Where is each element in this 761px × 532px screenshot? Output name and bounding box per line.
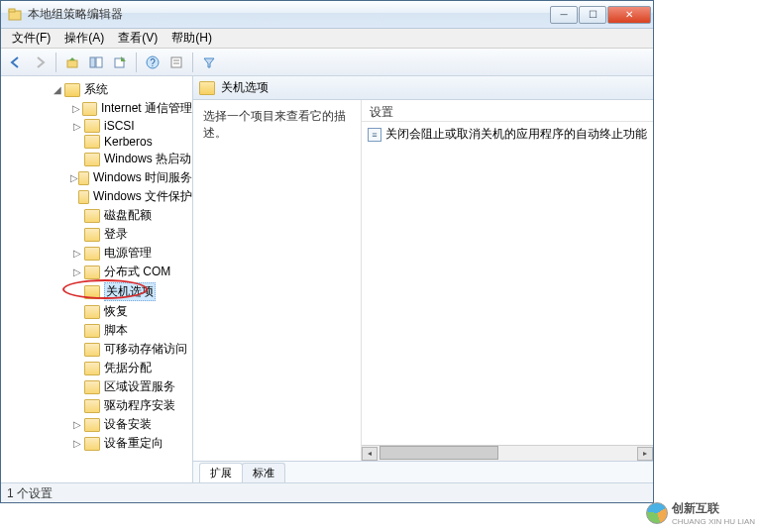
svg-text:?: ? bbox=[150, 57, 156, 68]
menu-view[interactable]: 查看(V) bbox=[111, 28, 164, 49]
folder-icon bbox=[84, 362, 100, 375]
menu-action[interactable]: 操作(A) bbox=[57, 28, 111, 49]
up-button[interactable] bbox=[61, 52, 83, 73]
tree-label: 驱动程序安装 bbox=[104, 397, 175, 414]
folder-icon bbox=[84, 418, 100, 432]
expand-icon[interactable]: ▷ bbox=[70, 121, 84, 132]
folder-icon bbox=[84, 324, 100, 338]
properties-button[interactable] bbox=[165, 52, 187, 73]
scroll-right-arrow[interactable]: ▸ bbox=[637, 447, 653, 461]
forward-button[interactable] bbox=[29, 52, 51, 73]
watermark-brand: 创新互联 bbox=[672, 501, 719, 515]
tree-node[interactable]: 可移动存储访问 bbox=[1, 340, 192, 359]
setting-item[interactable]: ≡ 关闭会阻止或取消关机的应用程序的自动终止功能 bbox=[362, 122, 653, 147]
tree-node[interactable]: ▷iSCSI bbox=[1, 118, 192, 134]
menu-file[interactable]: 文件(F) bbox=[5, 28, 57, 49]
tree-node[interactable]: 区域设置服务 bbox=[1, 377, 192, 396]
tree-node[interactable]: ▷电源管理 bbox=[1, 244, 192, 263]
export-button[interactable] bbox=[109, 52, 131, 73]
maximize-button[interactable]: ☐ bbox=[579, 6, 606, 24]
collapse-icon[interactable]: ◢ bbox=[51, 84, 64, 95]
settings-column: 设置 ≡ 关闭会阻止或取消关机的应用程序的自动终止功能 ◂ ▸ bbox=[362, 100, 653, 461]
tree-label: 区域设置服务 bbox=[104, 378, 175, 395]
help-button[interactable]: ? bbox=[142, 52, 163, 73]
toolbar-separator bbox=[55, 53, 56, 72]
expand-icon[interactable]: ▷ bbox=[70, 266, 84, 277]
svg-rect-1 bbox=[9, 9, 15, 12]
tree-node[interactable]: ▷Windows 时间服务 bbox=[1, 168, 192, 187]
expand-icon[interactable]: ▷ bbox=[70, 438, 84, 449]
expand-icon[interactable]: ▷ bbox=[70, 172, 78, 183]
status-bar: 1 个设置 bbox=[1, 482, 653, 502]
horizontal-scrollbar[interactable]: ◂ ▸ bbox=[362, 445, 653, 461]
tree-node[interactable]: ▷Internet 通信管理 bbox=[1, 99, 192, 118]
folder-icon bbox=[84, 343, 100, 357]
tree-node[interactable]: Windows 热启动 bbox=[1, 150, 192, 168]
tree-label: 分布式 COM bbox=[104, 264, 170, 280]
minimize-button[interactable]: ─ bbox=[550, 6, 578, 24]
tree-node[interactable]: Windows 文件保护 bbox=[1, 187, 192, 206]
tree-pane[interactable]: ◢ 系统 ▷Internet 通信管理▷iSCSIKerberosWindows… bbox=[1, 76, 193, 482]
tree-label: Internet 通信管理 bbox=[101, 100, 192, 117]
titlebar: 本地组策略编辑器 ─ ☐ ✕ bbox=[1, 1, 653, 29]
tree-label: 恢复 bbox=[104, 303, 128, 320]
tree-node[interactable]: 脚本 bbox=[1, 321, 192, 340]
description-column: 选择一个项目来查看它的描述。 bbox=[193, 100, 362, 461]
close-button[interactable]: ✕ bbox=[607, 6, 651, 24]
description-text: 选择一个项目来查看它的描述。 bbox=[203, 109, 346, 140]
folder-icon bbox=[84, 153, 100, 166]
tree-label: 脚本 bbox=[104, 322, 128, 339]
view-tabs: 扩展 标准 bbox=[193, 461, 653, 482]
tree-label: Windows 时间服务 bbox=[93, 169, 192, 186]
content-body: 选择一个项目来查看它的描述。 设置 ≡ 关闭会阻止或取消关机的应用程序的自动终止… bbox=[193, 100, 653, 461]
tree-label: 登录 bbox=[104, 226, 128, 243]
show-hide-tree-button[interactable] bbox=[85, 52, 107, 73]
folder-icon bbox=[84, 437, 100, 451]
filter-button[interactable] bbox=[198, 52, 220, 73]
svg-rect-2 bbox=[67, 60, 77, 67]
content-pane: 关机选项 选择一个项目来查看它的描述。 设置 ≡ 关闭会阻止或取消关机的应用程序… bbox=[193, 76, 653, 482]
folder-open-icon bbox=[199, 81, 215, 95]
content-title: 关机选项 bbox=[221, 79, 269, 96]
toolbar-separator bbox=[136, 53, 137, 72]
window-controls: ─ ☐ ✕ bbox=[549, 6, 651, 24]
menu-help[interactable]: 帮助(H) bbox=[164, 28, 219, 49]
settings-header[interactable]: 设置 bbox=[362, 100, 653, 122]
window-title: 本地组策略编辑器 bbox=[28, 6, 549, 23]
expand-icon[interactable]: ▷ bbox=[70, 419, 84, 430]
tree-node[interactable]: ▷设备安装 bbox=[1, 415, 192, 434]
folder-icon bbox=[78, 171, 88, 185]
tree-node[interactable]: ▷分布式 COM bbox=[1, 263, 192, 281]
expand-icon[interactable]: ▷ bbox=[70, 248, 84, 259]
tree-label: 设备重定向 bbox=[104, 435, 163, 452]
watermark-logo-icon bbox=[646, 502, 668, 524]
scroll-left-arrow[interactable]: ◂ bbox=[362, 447, 378, 461]
body: ◢ 系统 ▷Internet 通信管理▷iSCSIKerberosWindows… bbox=[1, 76, 653, 482]
tab-standard[interactable]: 标准 bbox=[242, 463, 285, 482]
gpedit-window: 本地组策略编辑器 ─ ☐ ✕ 文件(F) 操作(A) 查看(V) 帮助(H) ?… bbox=[0, 0, 654, 503]
folder-icon bbox=[84, 247, 100, 261]
tree-node-root[interactable]: ◢ 系统 bbox=[1, 80, 192, 99]
tree-node[interactable]: 磁盘配额 bbox=[1, 206, 192, 225]
policy-icon: ≡ bbox=[368, 128, 381, 142]
status-text: 1 个设置 bbox=[7, 486, 53, 500]
tree-label: Windows 文件保护 bbox=[93, 188, 192, 205]
tree-node[interactable]: 关机选项 bbox=[1, 281, 192, 302]
tree-node[interactable]: 凭据分配 bbox=[1, 359, 192, 377]
setting-label: 关闭会阻止或取消关机的应用程序的自动终止功能 bbox=[385, 126, 647, 143]
tab-extended[interactable]: 扩展 bbox=[199, 463, 243, 482]
tree-label: Kerberos bbox=[104, 135, 153, 149]
tree-label: Windows 热启动 bbox=[104, 151, 191, 167]
tree-node[interactable]: ▷设备重定向 bbox=[1, 434, 192, 453]
tree-node[interactable]: Kerberos bbox=[1, 134, 192, 150]
expand-icon[interactable]: ▷ bbox=[70, 103, 82, 114]
scroll-thumb[interactable] bbox=[380, 446, 498, 460]
folder-icon bbox=[82, 102, 96, 116]
back-button[interactable] bbox=[5, 52, 27, 73]
folder-icon bbox=[78, 190, 88, 204]
tree-node[interactable]: 恢复 bbox=[1, 302, 192, 321]
tree-node[interactable]: 驱动程序安装 bbox=[1, 396, 192, 415]
tree-label: 关机选项 bbox=[104, 282, 156, 301]
toolbar-separator bbox=[192, 53, 193, 72]
tree-node[interactable]: 登录 bbox=[1, 225, 192, 244]
